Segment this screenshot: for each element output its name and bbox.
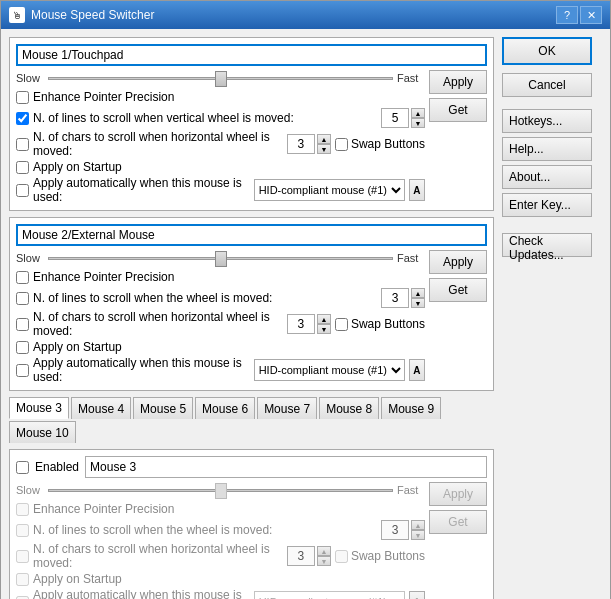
mouse2-enhance-checkbox[interactable] bbox=[16, 271, 29, 284]
mouse1-apply-startup-label: Apply on Startup bbox=[33, 160, 122, 174]
mouse1-slider[interactable] bbox=[48, 70, 393, 86]
mouse1-name-input[interactable] bbox=[16, 44, 487, 66]
mouse2-apply-startup-label: Apply on Startup bbox=[33, 340, 122, 354]
mouse3-enhance-label: Enhance Pointer Precision bbox=[33, 502, 174, 516]
tab-mouse5[interactable]: Mouse 5 bbox=[133, 397, 193, 419]
mouse1-chars-up-btn[interactable]: ▲ bbox=[317, 134, 331, 144]
mouse2-chars-up-btn[interactable]: ▲ bbox=[317, 314, 331, 324]
mouse2-chars-input[interactable] bbox=[287, 314, 315, 334]
about-button[interactable]: About... bbox=[502, 165, 592, 189]
tab-mouse9[interactable]: Mouse 9 bbox=[381, 397, 441, 419]
tab-mouse10[interactable]: Mouse 10 bbox=[9, 421, 76, 443]
mouse3-swap-checkbox bbox=[335, 550, 348, 563]
mouse1-apply-startup-row: Apply on Startup bbox=[16, 160, 425, 174]
mouse3-slider bbox=[48, 482, 393, 498]
mouse1-chars-down-btn[interactable]: ▼ bbox=[317, 144, 331, 154]
mouse3-enabled-label: Enabled bbox=[35, 460, 79, 474]
tab-mouse6[interactable]: Mouse 6 bbox=[195, 397, 255, 419]
mouse3-chars-up-btn: ▲ bbox=[317, 546, 331, 556]
mouse2-lines-up-btn[interactable]: ▲ bbox=[411, 288, 425, 298]
mouse1-lines-checkbox[interactable] bbox=[16, 112, 29, 125]
mouse3-chars-row: N. of chars to scroll when horizontal wh… bbox=[16, 542, 425, 570]
mouse1-slider-thumb[interactable] bbox=[215, 71, 227, 87]
mouse1-swap-label: Swap Buttons bbox=[351, 137, 425, 151]
mouse2-slider-track bbox=[48, 257, 393, 260]
mouse2-auto-apply-button[interactable]: A bbox=[409, 359, 425, 381]
mouse2-slider-thumb[interactable] bbox=[215, 251, 227, 267]
mouse2-auto-apply-checkbox[interactable] bbox=[16, 364, 29, 377]
mouse3-speed-row: Slow Fast bbox=[16, 482, 425, 498]
mouse3-auto-apply-checkbox bbox=[16, 596, 29, 600]
mouse3-swap-container: Swap Buttons bbox=[335, 549, 425, 563]
check-updates-button[interactable]: Check Updates... bbox=[502, 233, 592, 257]
mouse2-chars-down-btn[interactable]: ▼ bbox=[317, 324, 331, 334]
tab-mouse4[interactable]: Mouse 4 bbox=[71, 397, 131, 419]
mouse1-auto-apply-select[interactable]: HID-compliant mouse (#1) bbox=[254, 179, 405, 201]
mouse2-enhance-row: Enhance Pointer Precision bbox=[16, 270, 425, 284]
mouse1-section: Slow Fast Enhance Pointer Precision bbox=[9, 37, 494, 211]
mouse1-inner: Slow Fast Enhance Pointer Precision bbox=[16, 70, 487, 204]
mouse3-auto-apply-select: HID-compliant mouse (#1) bbox=[254, 591, 405, 599]
mouse2-swap-container: Swap Buttons bbox=[335, 317, 425, 331]
tab-mouse3[interactable]: Mouse 3 bbox=[9, 397, 69, 419]
tab-mouse8[interactable]: Mouse 8 bbox=[319, 397, 379, 419]
mouse1-enhance-label: Enhance Pointer Precision bbox=[33, 90, 174, 104]
mouse3-name-input[interactable] bbox=[85, 456, 487, 478]
mouse1-apply-startup-checkbox[interactable] bbox=[16, 161, 29, 174]
mouse3-swap-label: Swap Buttons bbox=[351, 549, 425, 563]
mouse2-left: Slow Fast Enhance Pointer Precision bbox=[16, 250, 425, 384]
mouse1-auto-apply-label: Apply automatically when this mouse is u… bbox=[33, 176, 250, 204]
mouse1-slider-track bbox=[48, 77, 393, 80]
mouse2-apply-get: Apply Get bbox=[429, 250, 487, 384]
left-panel: Slow Fast Enhance Pointer Precision bbox=[9, 37, 494, 599]
mouse2-apply-startup-checkbox[interactable] bbox=[16, 341, 29, 354]
mouse2-apply-button[interactable]: Apply bbox=[429, 250, 487, 274]
help-title-button[interactable]: ? bbox=[556, 6, 578, 24]
mouse2-lines-checkbox[interactable] bbox=[16, 292, 29, 305]
mouse2-auto-apply-row: Apply automatically when this mouse is u… bbox=[16, 356, 425, 384]
enter-key-button[interactable]: Enter Key... bbox=[502, 193, 592, 217]
mouse1-lines-input[interactable] bbox=[381, 108, 409, 128]
mouse1-lines-down-btn[interactable]: ▼ bbox=[411, 118, 425, 128]
mouse3-chars-down-btn: ▼ bbox=[317, 556, 331, 566]
tab-mouse7[interactable]: Mouse 7 bbox=[257, 397, 317, 419]
mouse2-auto-apply-select[interactable]: HID-compliant mouse (#1) bbox=[254, 359, 405, 381]
mouse1-slow-label: Slow bbox=[16, 72, 44, 84]
mouse1-get-button[interactable]: Get bbox=[429, 98, 487, 122]
app-icon: 🖱 bbox=[9, 7, 25, 23]
mouse2-slider[interactable] bbox=[48, 250, 393, 266]
close-window-button[interactable]: ✕ bbox=[580, 6, 602, 24]
mouse2-slow-label: Slow bbox=[16, 252, 44, 264]
mouse2-chars-spinner-btns: ▲ ▼ bbox=[317, 314, 331, 334]
mouse1-lines-label: N. of lines to scroll when vertical whee… bbox=[33, 111, 377, 125]
help-button[interactable]: Help... bbox=[502, 137, 592, 161]
mouse3-enhance-row: Enhance Pointer Precision bbox=[16, 502, 425, 516]
mouse2-auto-apply-label: Apply automatically when this mouse is u… bbox=[33, 356, 250, 384]
mouse1-chars-spinner: ▲ ▼ bbox=[287, 134, 331, 154]
ok-button[interactable]: OK bbox=[502, 37, 592, 65]
cancel-button[interactable]: Cancel bbox=[502, 73, 592, 97]
mouse1-swap-container: Swap Buttons bbox=[335, 137, 425, 151]
mouse2-lines-input[interactable] bbox=[381, 288, 409, 308]
mouse1-auto-apply-checkbox[interactable] bbox=[16, 184, 29, 197]
mouse2-lines-down-btn[interactable]: ▼ bbox=[411, 298, 425, 308]
mouse1-auto-apply-row: Apply automatically when this mouse is u… bbox=[16, 176, 425, 204]
mouse2-section: Slow Fast Enhance Pointer Precision bbox=[9, 217, 494, 391]
content-area: Slow Fast Enhance Pointer Precision bbox=[1, 29, 610, 599]
mouse1-chars-input[interactable] bbox=[287, 134, 315, 154]
mouse1-enhance-checkbox[interactable] bbox=[16, 91, 29, 104]
mouse1-swap-checkbox[interactable] bbox=[335, 138, 348, 151]
mouse3-enabled-row: Enabled bbox=[16, 456, 487, 478]
mouse1-apply-button[interactable]: Apply bbox=[429, 70, 487, 94]
mouse2-swap-checkbox[interactable] bbox=[335, 318, 348, 331]
mouse2-chars-checkbox[interactable] bbox=[16, 318, 29, 331]
mouse1-chars-checkbox[interactable] bbox=[16, 138, 29, 151]
mouse3-lines-row: N. of lines to scroll when the wheel is … bbox=[16, 520, 425, 540]
mouse1-auto-apply-button[interactable]: A bbox=[409, 179, 425, 201]
mouse2-name-input[interactable] bbox=[16, 224, 487, 246]
mouse2-get-button[interactable]: Get bbox=[429, 278, 487, 302]
mouse1-lines-up-btn[interactable]: ▲ bbox=[411, 108, 425, 118]
mouse3-enabled-checkbox[interactable] bbox=[16, 461, 29, 474]
mouse2-enhance-label: Enhance Pointer Precision bbox=[33, 270, 174, 284]
hotkeys-button[interactable]: Hotkeys... bbox=[502, 109, 592, 133]
